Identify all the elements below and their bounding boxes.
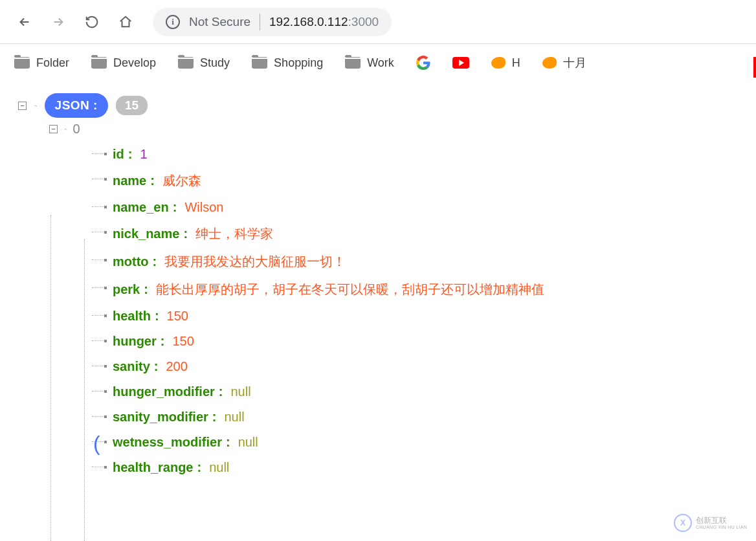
- youtube-icon: [452, 57, 469, 69]
- url-text: 192.168.0.112:3000: [269, 15, 379, 29]
- prop-value: null: [209, 460, 229, 475]
- browser-toolbar: i Not Secure 192.168.0.112:3000: [0, 0, 756, 44]
- json-prop-perk: perk:能长出厚厚的胡子，胡子在冬天可以保暖，刮胡子还可以增加精神值: [107, 276, 738, 304]
- json-prop-sanity: sanity:200: [107, 354, 738, 379]
- reload-button[interactable]: [79, 9, 105, 35]
- bookmark-label: 十月: [563, 55, 586, 71]
- json-count-badge: 15: [116, 96, 148, 115]
- tree-connector: ··: [64, 126, 67, 133]
- bookmark-label: Work: [367, 56, 394, 70]
- selection-indicator: (: [93, 432, 100, 456]
- bookmark-label: Folder: [36, 56, 69, 70]
- back-button[interactable]: [12, 9, 38, 35]
- json-prop-health: health:150: [107, 304, 738, 329]
- watermark-sub: CHUANG XIN HU LIAN: [696, 525, 747, 530]
- folder-icon: [178, 57, 194, 69]
- bookmark-google[interactable]: [416, 56, 430, 70]
- bookmark-youtube[interactable]: [452, 57, 469, 69]
- orange-icon: [491, 57, 506, 69]
- folder-icon: [91, 57, 107, 69]
- json-prop-wetness-modifier: wetness_modifier:null: [107, 430, 738, 455]
- prop-value: 200: [166, 359, 187, 374]
- address-separator: [260, 14, 260, 30]
- json-root-badge[interactable]: JSON :: [45, 93, 108, 118]
- watermark-logo-icon: X: [674, 514, 692, 532]
- collapse-toggle[interactable]: −: [49, 125, 58, 133]
- tree-connector: ··: [34, 102, 37, 109]
- bookmark-work[interactable]: Work: [345, 56, 394, 70]
- prop-value: 威尔森: [162, 172, 201, 190]
- json-prop-name-en: name_en:Wilson: [107, 195, 738, 220]
- forward-button[interactable]: [45, 9, 71, 35]
- bookmark-october[interactable]: 十月: [542, 55, 586, 71]
- prop-value: 150: [167, 309, 188, 324]
- bookmark-label: Shopping: [274, 56, 323, 70]
- bookmark-label: Study: [200, 56, 230, 70]
- prop-value: 1: [140, 147, 147, 162]
- bookmarks-bar: Folder Develop Study Shopping Work H 十月: [0, 44, 756, 82]
- google-icon: [416, 56, 430, 70]
- bookmark-overflow-indicator: [753, 57, 756, 78]
- json-properties: id:1 name:威尔森 name_en:Wilson nick_name:绅…: [107, 142, 738, 480]
- prop-value: 150: [172, 334, 194, 349]
- watermark: X 创新互联 CHUANG XIN HU LIAN: [674, 514, 747, 532]
- prop-value: Wilson: [184, 200, 223, 215]
- tree-guide-line: [84, 239, 85, 541]
- prop-value: 我要用我发达的大脑征服一切！: [164, 253, 346, 270]
- json-prop-id: id:1: [107, 142, 738, 167]
- bookmark-study[interactable]: Study: [178, 56, 230, 70]
- folder-icon: [252, 57, 267, 69]
- array-index-label: 0: [73, 122, 80, 137]
- not-secure-label: Not Secure: [189, 15, 250, 29]
- json-root-row: − ·· JSON : 15: [18, 93, 738, 118]
- json-prop-sanity-modifier: sanity_modifier:null: [107, 404, 738, 430]
- bookmark-folder[interactable]: Folder: [14, 56, 69, 70]
- prop-value: 能长出厚厚的胡子，胡子在冬天可以保暖，刮胡子还可以增加精神值: [156, 281, 544, 298]
- folder-icon: [14, 57, 30, 69]
- json-prop-health-range: health_range:null: [107, 455, 738, 480]
- prop-value: 绅士，科学家: [195, 225, 273, 243]
- home-button[interactable]: [113, 9, 139, 35]
- watermark-brand: 创新互联: [696, 516, 747, 525]
- json-prop-hunger: hunger:150: [107, 329, 738, 354]
- prop-value: null: [238, 435, 258, 450]
- json-prop-nick-name: nick_name:绅士，科学家: [107, 220, 738, 248]
- collapse-toggle[interactable]: −: [18, 102, 27, 110]
- bookmark-h[interactable]: H: [491, 56, 520, 70]
- folder-icon: [345, 57, 361, 69]
- prop-value: null: [230, 384, 250, 399]
- json-prop-name: name:威尔森: [107, 167, 738, 195]
- site-info-icon[interactable]: i: [166, 15, 180, 29]
- bookmark-shopping[interactable]: Shopping: [252, 56, 323, 70]
- bookmark-label: H: [512, 56, 520, 70]
- prop-value: null: [225, 410, 245, 425]
- bookmark-label: Develop: [113, 56, 156, 70]
- bookmark-develop[interactable]: Develop: [91, 56, 156, 70]
- tree-guide-line: [50, 215, 51, 541]
- json-viewer: − ·· JSON : 15 − ·· 0 id:1 name:威尔森 name…: [0, 82, 756, 492]
- orange-icon: [542, 57, 557, 69]
- json-array-index-0: − ·· 0: [49, 122, 738, 137]
- json-prop-hunger-modifier: hunger_modifier:null: [107, 379, 738, 404]
- address-bar[interactable]: i Not Secure 192.168.0.112:3000: [153, 8, 392, 36]
- json-prop-motto: motto:我要用我发达的大脑征服一切！: [107, 248, 738, 276]
